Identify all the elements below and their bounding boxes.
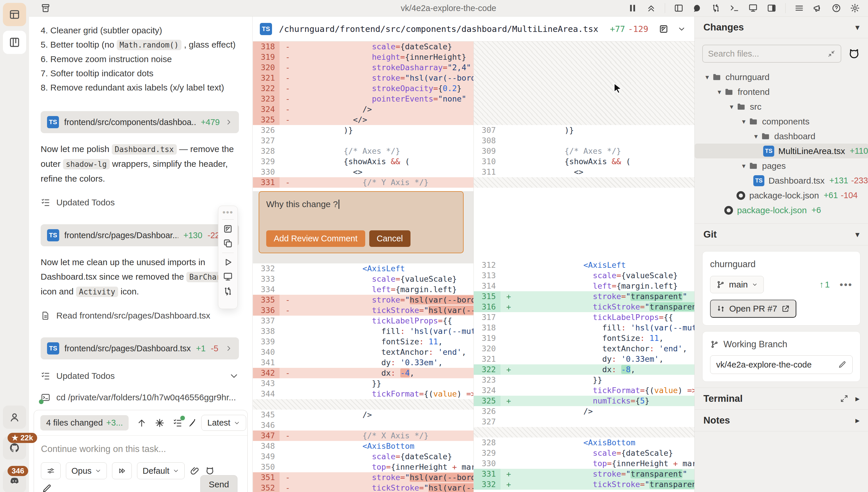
changes-section-header[interactable]: Changes ▾ bbox=[695, 17, 868, 38]
rail-item-kanban[interactable] bbox=[3, 31, 26, 54]
collapse-tree-icon[interactable] bbox=[827, 50, 836, 58]
diff-line[interactable]: 330- top={innerHeight + margi bbox=[474, 458, 695, 469]
diff-line[interactable]: 327- bbox=[253, 136, 473, 146]
diff-line[interactable]: 327- bbox=[474, 417, 695, 427]
git-compare-icon[interactable] bbox=[222, 286, 233, 296]
diff-line[interactable]: 326- /> bbox=[474, 406, 695, 417]
diff-line[interactable]: 344- tickFormat={(value) => f bbox=[253, 389, 473, 399]
tree-folder-dashboard[interactable]: ▾dashboard bbox=[695, 129, 868, 144]
display-icon[interactable] bbox=[222, 272, 233, 282]
archive-icon[interactable] bbox=[41, 3, 50, 13]
diff-line[interactable]: 342- dx: -4, bbox=[253, 368, 473, 378]
review-comment-box[interactable]: Why this change ? Add Review Comment Can… bbox=[259, 191, 464, 253]
search-input[interactable]: Search files... bbox=[702, 45, 841, 63]
expand-icon[interactable] bbox=[840, 394, 848, 403]
diff-line[interactable]: 338- fill: 'hsl(var(--muted bbox=[253, 326, 473, 337]
tree-caret-icon[interactable]: ▾ bbox=[739, 162, 749, 170]
diff-line[interactable]: 326- )} bbox=[253, 125, 473, 136]
fast-forward-button[interactable] bbox=[112, 462, 132, 479]
more-actions-button[interactable]: ••• bbox=[840, 279, 852, 290]
diff-line[interactable]: 313- scale={valueScale} bbox=[474, 270, 695, 281]
megaphone-icon[interactable] bbox=[813, 3, 823, 13]
tool-row[interactable]: Updated Todos bbox=[41, 371, 239, 381]
diff-line[interactable]: 340- textAnchor: 'end', bbox=[253, 347, 473, 358]
diff-line[interactable]: 328- {/* Axes */} bbox=[253, 146, 473, 156]
spark-icon[interactable] bbox=[155, 418, 165, 428]
diff-line[interactable]: 312- <AxisLeft bbox=[474, 260, 695, 270]
chevron-down-icon[interactable] bbox=[229, 371, 239, 381]
diff-line[interactable]: 325+ numTicks={5} bbox=[474, 396, 695, 406]
diff-line[interactable]: 316+ tickStroke="transparent" bbox=[474, 302, 695, 312]
tree-folder-churnguard[interactable]: ▾churnguard bbox=[695, 70, 868, 84]
diff-line[interactable]: 322- strokeOpacity={0.2} bbox=[253, 83, 473, 94]
diff-view-icon[interactable] bbox=[658, 24, 669, 34]
tree-folder-src[interactable]: ▾src bbox=[695, 99, 868, 114]
file-chip[interactable]: TSfrontend/src/pages/Dashboar...+130-22 bbox=[41, 224, 239, 246]
diff-line[interactable]: 345- /> bbox=[253, 410, 473, 420]
send-button[interactable]: Send bbox=[200, 475, 237, 492]
diff-line[interactable]: 329- scale={dateScale} bbox=[474, 448, 695, 458]
tree-caret-icon[interactable]: ▾ bbox=[739, 118, 749, 126]
diff-line[interactable]: 348- <AxisBottom bbox=[253, 441, 473, 451]
tree-caret-icon[interactable]: ▾ bbox=[751, 132, 761, 141]
diff-line[interactable]: 323- }} bbox=[474, 375, 695, 385]
cat-icon[interactable] bbox=[205, 466, 215, 476]
collapse-triangle-icon[interactable]: ▾ bbox=[855, 230, 859, 239]
cancel-button[interactable]: Cancel bbox=[369, 230, 410, 247]
diff-line[interactable]: 331- {/* Y Axis */} bbox=[253, 177, 473, 188]
diff-line[interactable]: 321- stroke="hsl(var(--border bbox=[253, 73, 473, 83]
chat-bubble-icon[interactable] bbox=[693, 3, 702, 13]
diff-line[interactable]: 310- {showAxis && ( bbox=[474, 156, 695, 167]
diff-line[interactable]: 314- left={margin.left} bbox=[474, 281, 695, 291]
diff-line[interactable]: 311- <> bbox=[474, 167, 695, 177]
git-section-header[interactable]: Git ▾ bbox=[695, 223, 868, 245]
diff-icon[interactable] bbox=[222, 224, 233, 234]
attachment-icon[interactable] bbox=[190, 466, 200, 476]
working-branch-input[interactable]: vk/4e2a-explore-the-code bbox=[710, 355, 852, 374]
diff-line[interactable]: 329- {showAxis && ( bbox=[253, 156, 473, 167]
mode-dropdown[interactable]: Default bbox=[137, 462, 185, 479]
diff-line[interactable]: 324- /> bbox=[253, 104, 473, 115]
add-review-comment-button[interactable]: Add Review Comment bbox=[266, 230, 365, 247]
collapse-icon[interactable] bbox=[646, 3, 656, 13]
diff-line[interactable]: 309- {/* Axes */} bbox=[474, 146, 695, 156]
edit-pencil-icon[interactable] bbox=[838, 360, 846, 369]
drag-handle-icon[interactable]: ••• bbox=[222, 210, 233, 215]
tree-folder-components[interactable]: ▾components bbox=[695, 114, 868, 129]
diff-line[interactable]: 339- fontSize: 11, bbox=[253, 337, 473, 347]
open-pr-button[interactable]: Open PR #7 bbox=[710, 300, 796, 318]
diff-line[interactable]: 320- textAnchor: 'end', bbox=[474, 343, 695, 354]
rail-item-layout[interactable] bbox=[3, 3, 26, 26]
tree-caret-icon[interactable]: ▾ bbox=[702, 73, 712, 81]
review-comment-input[interactable]: Why this change ? bbox=[259, 192, 463, 209]
diff-line[interactable]: 349- scale={dateScale} bbox=[253, 451, 473, 462]
diff-line[interactable]: 347- {/* X Axis */} bbox=[253, 430, 473, 441]
diff-line[interactable]: 322+ dx: -8, bbox=[474, 364, 695, 375]
play-icon[interactable] bbox=[222, 257, 233, 268]
diff-line[interactable]: 341- dy: '0.33em', bbox=[253, 358, 473, 368]
diff-line[interactable]: 318- fill: 'hsl(var(--mutec bbox=[474, 323, 695, 333]
diff-line[interactable]: 319- fontSize: 11, bbox=[474, 333, 695, 343]
file-chip[interactable]: TSfrontend/src/components/dashboa...+479 bbox=[41, 111, 239, 133]
settings-sliders-button[interactable] bbox=[41, 462, 61, 479]
expand-triangle-icon[interactable]: ▸ bbox=[855, 416, 859, 425]
git-compare-icon[interactable] bbox=[711, 3, 721, 13]
tree-caret-icon[interactable]: ▾ bbox=[727, 103, 736, 111]
diff-line[interactable]: 352- tickStroke="hsl(var(--bo bbox=[253, 483, 473, 492]
diff-line[interactable]: 346- bbox=[253, 420, 473, 430]
chevron-down-icon[interactable] bbox=[678, 25, 686, 33]
diff-line[interactable]: 337- tickLabelProps={{ bbox=[253, 316, 473, 326]
diff-line[interactable]: 325- </> bbox=[253, 115, 473, 125]
tree-file-MultiLineArea.tsx[interactable]: TSMultiLineArea.tsx+110-162 bbox=[695, 144, 868, 158]
terminal-section-header[interactable]: Terminal ▸ bbox=[695, 388, 868, 410]
pause-icon[interactable] bbox=[628, 3, 637, 13]
diff-line[interactable]: 332+ tickStroke="transparent" bbox=[474, 479, 695, 490]
files-changed-chip[interactable]: 4 files changed+3... bbox=[40, 415, 128, 430]
diff-line[interactable]: 334- left={margin.left} bbox=[253, 284, 473, 295]
diff-line[interactable]: 323- pointerEvents="none" bbox=[253, 94, 473, 104]
file-chip[interactable]: TSfrontend/src/pages/Dashboard.tsx+1-5 bbox=[41, 337, 239, 360]
diff-line[interactable]: 328- <AxisBottom bbox=[474, 438, 695, 448]
diff-line[interactable]: 330- <> bbox=[253, 167, 473, 177]
diff-line[interactable]: 336- tickStroke="hsl(var(--bo bbox=[253, 305, 473, 316]
tool-row[interactable]: Read frontend/src/pages/Dashboard.tsx bbox=[41, 311, 239, 321]
